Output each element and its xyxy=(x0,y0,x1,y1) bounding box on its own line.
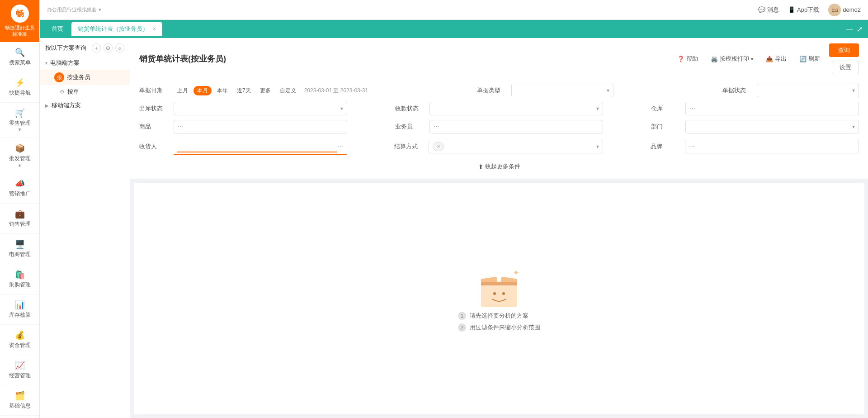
sidebar-item-basic[interactable]: 🗂️ 基础信息 xyxy=(0,385,39,416)
sidebar-item-operation[interactable]: 📈 经营管理 xyxy=(0,355,39,385)
sidebar-item-purchase[interactable]: 🛍️ 采购管理 xyxy=(0,264,39,294)
help-btn[interactable]: ❓ 帮助 xyxy=(674,53,702,65)
empty-hint-1: 1 请先选择要分析的方案 xyxy=(458,312,540,320)
date-tab-7days[interactable]: 近7天 xyxy=(233,86,255,95)
company-selector[interactable]: 办公用品行业模拟账套 ▾ xyxy=(47,6,101,13)
tab-sales-stats[interactable]: 销货单统计表（按业务员） × xyxy=(71,22,162,36)
doc-status-select[interactable]: ▾ xyxy=(757,84,859,97)
date-range-display: 2023-03-01 至 2023-03-31 xyxy=(304,87,368,95)
salesperson-dots: ··· xyxy=(434,123,439,131)
goods-label: 商品 xyxy=(139,123,166,131)
receiver-field[interactable] xyxy=(177,140,337,152)
sidebar-item-retail-label: 零售管理 xyxy=(9,119,31,127)
tab-minimize-icon[interactable]: — xyxy=(846,25,853,33)
desktop-section-arrow: ▾ xyxy=(45,61,47,66)
sidebar-item-inventory[interactable]: 📊 库存核算 xyxy=(0,294,39,325)
doc-type-select[interactable]: ▾ xyxy=(511,84,613,97)
sidebar-item-system[interactable]: ⚙️ 系统管理 xyxy=(0,416,39,418)
order-icon: ⚙ xyxy=(60,89,65,95)
refresh-icon: 🔄 xyxy=(799,56,807,62)
date-tab-more[interactable]: 更多 xyxy=(256,86,274,95)
app-download-btn[interactable]: 📱 App下载 xyxy=(788,6,819,14)
collapse-label: 收起更多条件 xyxy=(485,162,520,171)
sidebar-item-ecommerce[interactable]: 🖥️ 电商管理 xyxy=(0,234,39,264)
sidebar-item-marketing-label: 营销推广 xyxy=(9,190,31,198)
message-btn[interactable]: 💬 消息 xyxy=(758,6,779,14)
settle-caret: ▾ xyxy=(596,143,599,150)
export-icon: 📤 xyxy=(766,56,773,62)
settings-button[interactable]: 设置 xyxy=(832,61,859,74)
receipt-status-select[interactable]: ▾ xyxy=(429,102,603,115)
print-btn[interactable]: 🖨️ 按模板打印 ▾ xyxy=(707,53,757,65)
left-panel-btns: + ⚙ « xyxy=(92,43,124,52)
tree-section-mobile[interactable]: ▶ 移动端方案 xyxy=(40,99,130,112)
query-button[interactable]: 查询 xyxy=(829,43,859,57)
filter-row-1: 单据日期 上月 本月 本年 近7天 更多 自定义 2023-03-01 至 20… xyxy=(139,84,859,97)
date-tab-this-month[interactable]: 本月 xyxy=(193,86,212,95)
app-download-label: App下载 xyxy=(797,6,819,14)
sidebar-item-marketing[interactable]: 📣 营销推广 xyxy=(0,173,39,204)
sidebar-logo[interactable]: 畅 畅捷通好生意 标准版 xyxy=(0,0,39,42)
tree-section-desktop[interactable]: ▾ 电脑端方案 xyxy=(40,56,130,70)
help-icon: ❓ xyxy=(677,56,684,62)
svg-rect-0 xyxy=(481,282,517,307)
tab-expand-icon[interactable]: ⤢ xyxy=(857,25,863,33)
tab-home[interactable]: 首页 xyxy=(45,22,70,36)
settings-scheme-btn[interactable]: ⚙ xyxy=(104,43,113,52)
refresh-btn[interactable]: 🔄 刷新 xyxy=(796,53,824,65)
warehouse-select[interactable]: ··· xyxy=(685,102,859,115)
brand-select[interactable]: ··· xyxy=(685,140,859,153)
sidebar-item-retail[interactable]: 🛒 零售管理 ▼ xyxy=(0,103,39,138)
refresh-label: 刷新 xyxy=(808,55,820,63)
left-panel-header: 按以下方案查询 + ⚙ « xyxy=(40,43,130,56)
sidebar-item-finance[interactable]: 💰 资金管理 xyxy=(0,325,39,355)
settle-select[interactable]: × ▾ xyxy=(429,140,603,153)
add-scheme-btn[interactable]: + xyxy=(92,43,101,52)
logo-icon: 畅 xyxy=(11,5,29,23)
filter-row-3: 商品 ··· 业务员 ··· 部门 ▾ xyxy=(139,120,859,133)
basic-icon: 🗂️ xyxy=(15,391,25,401)
tree-item-by-salesperson[interactable]: 按 按业务员 xyxy=(40,70,130,85)
receiver-input[interactable]: ··· xyxy=(174,138,347,155)
salesperson-select[interactable]: ··· xyxy=(429,120,603,133)
date-tab-custom[interactable]: 自定义 xyxy=(276,86,300,95)
collapse-panel-btn[interactable]: « xyxy=(115,43,124,52)
tree-item-by-order[interactable]: ⚙ 按单 xyxy=(40,85,130,99)
topbar-right: 💬 消息 📱 App下载 Ea demo2 xyxy=(758,4,861,16)
settle-tag-remove[interactable]: × xyxy=(437,143,440,150)
download-icon: 📱 xyxy=(788,6,795,13)
date-tab-this-year[interactable]: 本年 xyxy=(213,86,231,95)
date-tab-last-month[interactable]: 上月 xyxy=(174,86,192,95)
out-status-select[interactable]: ▾ xyxy=(174,102,347,115)
sidebar-nav: 🔍 搜索菜单 ⚡ 快捷导航 🛒 零售管理 ▼ 📦 批发管理 ▲ 📣 营销推广 💼… xyxy=(0,42,39,418)
goods-select[interactable]: ··· xyxy=(174,120,347,133)
brand-label: 品牌 xyxy=(651,142,678,151)
date-label: 单据日期 xyxy=(139,86,166,95)
export-btn[interactable]: 📤 导出 xyxy=(762,53,790,65)
topbar: 办公用品行业模拟账套 ▾ 💬 消息 📱 App下载 Ea demo2 xyxy=(40,0,868,20)
sidebar-item-quicknav[interactable]: ⚡ 快捷导航 xyxy=(0,72,39,103)
sidebar-item-wholesale[interactable]: 📦 批发管理 ▲ xyxy=(0,138,39,173)
sidebar-item-search[interactable]: 🔍 搜索菜单 xyxy=(0,42,39,72)
svg-point-6 xyxy=(502,292,505,295)
filter-area: 单据日期 上月 本月 本年 近7天 更多 自定义 2023-03-01 至 20… xyxy=(130,78,868,179)
quicknav-icon: ⚡ xyxy=(15,78,25,88)
sidebar-item-sales[interactable]: 💼 销售管理 xyxy=(0,204,39,234)
salesperson-scheme-icon: 按 xyxy=(54,72,64,82)
tab-sales-stats-label: 销货单统计表（按业务员） xyxy=(78,25,148,33)
page-header: 销货单统计表(按业务员) ❓ 帮助 🖨️ 按模板打印 ▾ 📤 导出 xyxy=(130,38,868,78)
purchase-icon: 🛍️ xyxy=(15,270,25,280)
empty-illustration: ✦ xyxy=(470,262,528,312)
user-profile[interactable]: Ea demo2 xyxy=(828,4,861,16)
dept-select[interactable]: ▾ xyxy=(685,120,859,133)
collapse-conditions-btn[interactable]: ⬆ 收起更多条件 xyxy=(139,160,859,173)
company-name: 办公用品行业模拟账套 xyxy=(47,6,97,13)
ecommerce-icon: 🖥️ xyxy=(15,239,25,249)
tab-close-icon[interactable]: × xyxy=(153,26,156,32)
wholesale-arrow: ▲ xyxy=(18,162,22,167)
tab-expand-area: — ⤢ xyxy=(846,25,863,33)
message-label: 消息 xyxy=(767,6,779,14)
left-panel: 按以下方案查询 + ⚙ « ▾ 电脑端方案 按 按业务员 ⚙ 按单 xyxy=(40,38,130,418)
empty-hint-2: 2 用过滤条件来缩小分析范围 xyxy=(458,323,540,332)
inventory-icon: 📊 xyxy=(15,300,25,310)
